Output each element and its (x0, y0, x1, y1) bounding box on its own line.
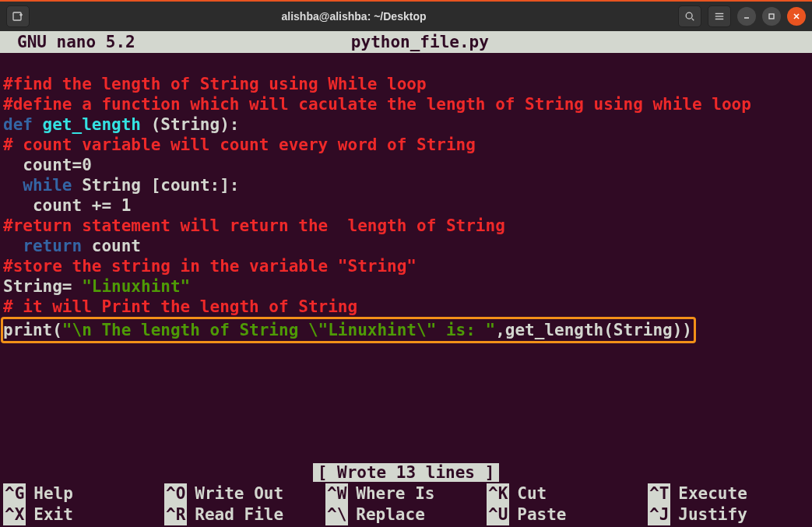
code-line: count += 1 (3, 196, 131, 215)
status-line: [ Wrote 13 lines ] (0, 463, 812, 482)
code-line: # count variable will count every word o… (3, 135, 476, 154)
shortcut-item: ^KCut (487, 483, 648, 504)
shortcut-item: ^RRead File (164, 504, 325, 525)
code-keyword: def (3, 115, 33, 134)
svg-line-4 (692, 19, 694, 21)
shortcut-label: Paste (517, 504, 566, 525)
shortcut-label: Execute (678, 483, 747, 504)
code-text: count (82, 237, 141, 255)
code-text: print( (3, 321, 62, 339)
code-line: count=0 (3, 156, 92, 174)
shortcut-label: Cut (517, 483, 547, 504)
window-title: alishba@alishba: ~/Desktop (36, 10, 672, 23)
shortcut-label: Justify (678, 504, 747, 525)
shortcut-item: ^GHelp (3, 483, 164, 504)
shortcut-item: ^OWrite Out (164, 483, 325, 504)
shortcut-key: ^R (164, 504, 187, 525)
shortcut-key: ^W (325, 483, 348, 504)
shortcut-key: ^J (648, 504, 670, 525)
shortcut-bar: ^GHelp^OWrite Out^WWhere Is^KCut^TExecut… (3, 483, 809, 525)
shortcut-label: Write Out (195, 483, 283, 504)
editor-content[interactable]: #find the length of String using While l… (0, 53, 812, 344)
highlighted-line: print("\n The length of String \"Linuxhi… (1, 317, 696, 343)
code-string: "\n The length of String \"Linuxhint\" i… (62, 321, 495, 339)
menu-button[interactable] (708, 5, 731, 27)
code-line: #return statement will return the length… (3, 216, 505, 235)
shortcut-label: Where Is (356, 483, 434, 504)
shortcut-label: Read File (195, 504, 283, 525)
code-line: # it will Print the length of String (3, 297, 357, 316)
svg-point-3 (686, 12, 692, 19)
shortcut-key: ^T (648, 483, 670, 504)
code-text: (String): (151, 115, 240, 134)
nano-header-bar: GNU nano 5.2 python_file.py (0, 31, 812, 53)
shortcut-item: ^JJustify (648, 504, 809, 525)
code-line: #find the length of String using While l… (3, 75, 427, 93)
code-keyword: return (3, 237, 82, 255)
minimize-button[interactable] (737, 7, 756, 26)
shortcut-item: ^WWhere Is (325, 483, 487, 504)
new-tab-button[interactable] (6, 5, 30, 27)
shortcut-label: Exit (33, 504, 73, 525)
nano-filename: python_file.py (34, 33, 806, 51)
code-text: String [count:]: (72, 176, 240, 195)
code-text: String= (3, 277, 82, 296)
shortcut-label: Help (33, 483, 73, 504)
svg-rect-9 (769, 14, 774, 19)
close-button[interactable] (787, 7, 806, 26)
shortcut-key: ^K (487, 483, 509, 504)
code-line: #define a function which will caculate t… (3, 95, 751, 114)
maximize-button[interactable] (762, 7, 781, 26)
shortcut-item: ^TExecute (648, 483, 809, 504)
search-button[interactable] (678, 5, 701, 27)
shortcut-key: ^U (487, 504, 509, 525)
code-func: get_length (33, 115, 151, 134)
shortcut-key: ^G (3, 483, 26, 504)
code-text: ,get_length(String)) (495, 321, 692, 339)
code-line: #store the string in the variable "Strin… (3, 257, 417, 276)
status-text: [ Wrote 13 lines ] (313, 463, 500, 482)
shortcut-key: ^\ (325, 504, 348, 525)
code-string: "Linuxhint" (82, 277, 190, 296)
shortcut-key: ^O (164, 483, 187, 504)
svg-rect-0 (13, 12, 21, 20)
shortcut-item: ^UPaste (487, 504, 648, 525)
shortcut-label: Replace (356, 504, 425, 525)
code-keyword: while (3, 176, 72, 195)
shortcut-item: ^XExit (3, 504, 164, 525)
window-titlebar: alishba@alishba: ~/Desktop (0, 0, 812, 31)
shortcut-key: ^X (3, 504, 26, 525)
shortcut-item: ^\Replace (325, 504, 487, 525)
